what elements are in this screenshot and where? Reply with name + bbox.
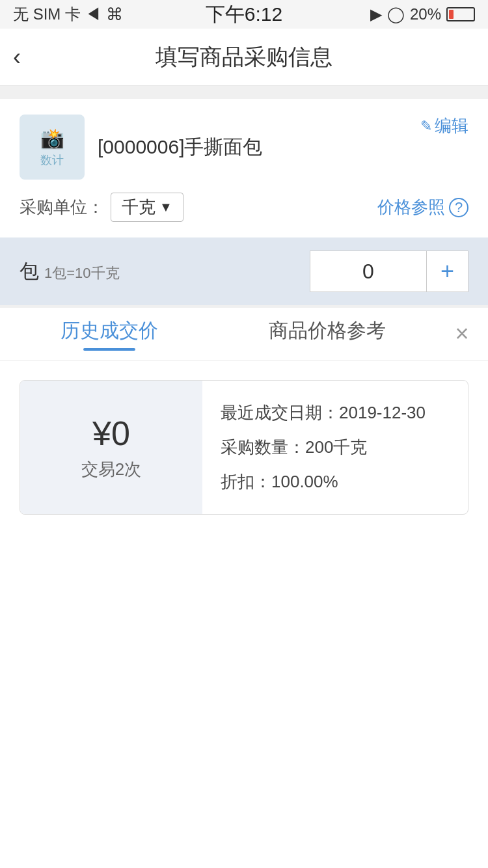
tab-product-price-ref[interactable]: 商品价格参考 <box>218 308 436 360</box>
history-card: ¥0 交易2次 最近成交日期：2019-12-30 采购数量：200千克 折扣：… <box>20 380 468 515</box>
edit-label: 编辑 <box>435 115 468 137</box>
tab-active-underline <box>83 348 135 351</box>
history-date-label: 最近成交日期： <box>221 403 339 422</box>
unit-select[interactable]: 千克 ▼ <box>111 193 183 222</box>
sim-label: 无 SIM 卡 ◀ <box>13 4 101 25</box>
quantity-plus-button[interactable]: + <box>427 251 468 292</box>
history-discount-value: 100.00% <box>271 472 338 491</box>
quantity-row: 包 1包=10千克 + <box>0 237 488 305</box>
history-price-value: ¥0 <box>92 414 130 453</box>
history-discount-row: 折扣：100.00% <box>221 469 450 495</box>
battery-pct: 20% <box>410 5 441 23</box>
header: ‹ 填写商品采购信息 <box>0 29 488 86</box>
alarm-icon: ◯ <box>387 5 405 23</box>
qty-unit: 包 <box>20 258 39 285</box>
main-content-area <box>0 534 488 868</box>
history-date-row: 最近成交日期：2019-12-30 <box>221 400 450 426</box>
status-right: ▶ ◯ 20% <box>370 5 475 23</box>
product-bottom-row: 采购单位： 千克 ▼ 价格参照 ? <box>20 193 468 222</box>
location-icon: ▶ <box>370 5 382 23</box>
tab-close-button[interactable]: × <box>436 308 488 360</box>
quantity-label: 包 1包=10千克 <box>20 258 120 285</box>
history-qty-label: 采购数量： <box>221 437 305 457</box>
product-info: 📸 数计 [0000006]手撕面包 <box>20 115 262 180</box>
wifi-icon: ⌘ <box>106 5 123 25</box>
status-time: 下午6:12 <box>206 1 282 28</box>
history-price-panel: ¥0 交易2次 <box>20 381 202 514</box>
product-card: 📸 数计 [0000006]手撕面包 ✎ 编辑 采购单位： 千克 ▼ 价格参照 … <box>0 99 488 237</box>
history-date-value: 2019-12-30 <box>339 403 426 422</box>
product-img-icon: 📸 <box>40 127 64 150</box>
history-section: ¥0 交易2次 最近成交日期：2019-12-30 采购数量：200千克 折扣：… <box>0 360 488 534</box>
tab-history-label: 历史成交价 <box>61 318 158 344</box>
price-reference-link[interactable]: 价格参照 ? <box>377 196 468 219</box>
battery-indicator <box>446 7 475 21</box>
question-icon: ? <box>449 198 468 217</box>
history-discount-label: 折扣： <box>221 472 271 491</box>
tabs-container: 历史成交价 商品价格参考 × <box>0 308 488 360</box>
quantity-input[interactable] <box>310 251 427 292</box>
status-left: 无 SIM 卡 ◀ ⌘ <box>13 4 123 25</box>
history-transactions: 交易2次 <box>81 458 141 481</box>
history-qty-value: 200千克 <box>305 437 367 457</box>
product-name: [0000006]手撕面包 <box>98 134 262 161</box>
quantity-input-group: + <box>310 251 468 292</box>
product-top-row: 📸 数计 [0000006]手撕面包 ✎ 编辑 <box>20 115 468 180</box>
history-details-panel: 最近成交日期：2019-12-30 采购数量：200千克 折扣：100.00% <box>202 381 468 514</box>
unit-label: 采购单位： <box>20 196 104 219</box>
edit-button[interactable]: ✎ 编辑 <box>420 115 468 137</box>
history-qty-row: 采购数量：200千克 <box>221 435 450 460</box>
page-title: 填写商品采购信息 <box>156 42 332 72</box>
tab-history-price[interactable]: 历史成交价 <box>0 308 218 360</box>
product-img-label: 数计 <box>40 152 64 168</box>
back-button[interactable]: ‹ <box>13 44 21 71</box>
tab-price-ref-label: 商品价格参考 <box>269 318 386 344</box>
price-ref-label: 价格参照 <box>377 196 445 219</box>
unit-value: 千克 <box>122 196 156 219</box>
chevron-down-icon: ▼ <box>159 200 172 215</box>
qty-hint: 1包=10千克 <box>44 264 120 283</box>
unit-row: 采购单位： 千克 ▼ <box>20 193 183 222</box>
status-bar: 无 SIM 卡 ◀ ⌘ 下午6:12 ▶ ◯ 20% <box>0 0 488 29</box>
product-image: 📸 数计 <box>20 115 85 180</box>
edit-icon: ✎ <box>420 118 432 135</box>
